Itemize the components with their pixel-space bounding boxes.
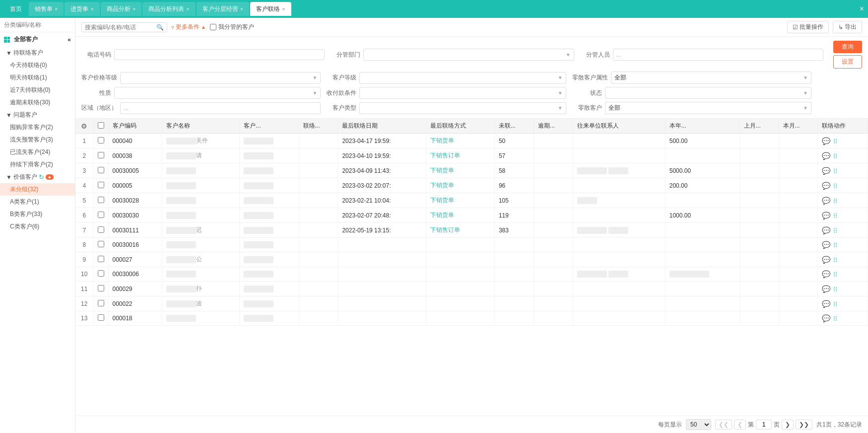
last-page-button[interactable]: ❯❯ bbox=[796, 420, 812, 430]
select-all-checkbox[interactable] bbox=[98, 122, 104, 129]
th-checkbox[interactable] bbox=[93, 119, 108, 134]
purchase-tab-close[interactable]: × bbox=[90, 6, 93, 12]
row-checkbox[interactable] bbox=[98, 212, 104, 218]
more-icon[interactable]: ⁝⁝ bbox=[833, 167, 837, 175]
row-checkbox[interactable] bbox=[98, 197, 104, 203]
cell-checkbox[interactable] bbox=[93, 238, 108, 252]
contact-icon[interactable]: 💬 bbox=[822, 285, 830, 293]
sidebar-item-overdue-pending[interactable]: 逾期未联络(30) bbox=[0, 96, 75, 109]
last-way-link[interactable]: 下销货单 bbox=[430, 212, 454, 218]
more-icon[interactable]: ⁝⁝ bbox=[833, 256, 837, 264]
next-page-button[interactable]: ❯ bbox=[782, 420, 794, 430]
contact-icon[interactable]: 💬 bbox=[822, 270, 830, 278]
last-way-link[interactable]: 下销售订单 bbox=[430, 226, 460, 233]
my-customers-checkbox[interactable] bbox=[210, 24, 216, 30]
row-checkbox[interactable] bbox=[98, 167, 104, 173]
row-checkbox[interactable] bbox=[98, 137, 104, 144]
cell-checkbox[interactable] bbox=[93, 296, 108, 311]
more-icon[interactable]: ⁝⁝ bbox=[833, 197, 837, 205]
cell-checkbox[interactable] bbox=[93, 267, 108, 282]
tab-product-analysis[interactable]: 商品分析 × bbox=[101, 2, 141, 16]
batch-operation-button[interactable]: ☑ 批量操作 bbox=[787, 21, 829, 33]
payment-select[interactable]: ▼ bbox=[359, 87, 566, 99]
row-checkbox[interactable] bbox=[98, 226, 104, 233]
page-input[interactable] bbox=[756, 420, 772, 430]
more-icon[interactable]: ⁝⁝ bbox=[833, 241, 837, 249]
product-analysis-list-tab-close[interactable]: × bbox=[186, 6, 189, 12]
sidebar-item-7days-pending[interactable]: 近7天待联络(0) bbox=[0, 84, 75, 96]
cell-checkbox[interactable] bbox=[93, 282, 108, 296]
more-icon[interactable]: ⁝⁝ bbox=[833, 212, 837, 219]
contact-icon[interactable]: 💬 bbox=[822, 314, 830, 322]
contact-icon[interactable]: 💬 bbox=[822, 241, 830, 249]
phone-input[interactable] bbox=[114, 49, 325, 60]
sidebar-problem-header[interactable]: ▼ 问题客户 bbox=[0, 109, 75, 121]
more-icon[interactable]: ⁝⁝ bbox=[833, 314, 837, 322]
sidebar-item-abnormal[interactable]: 囤购异常客户(2) bbox=[0, 121, 75, 134]
page-size-select[interactable]: 50 20 100 bbox=[686, 419, 711, 430]
retail-attr-select[interactable]: 全部▼ bbox=[611, 72, 811, 84]
more-icon[interactable]: ⁝⁝ bbox=[833, 285, 837, 293]
contact-icon[interactable]: 💬 bbox=[822, 197, 830, 205]
main-search-icon[interactable]: 🔍 bbox=[156, 24, 164, 31]
tab-customer-segment[interactable]: 客户分层经营 × bbox=[197, 2, 249, 16]
contact-icon[interactable]: 💬 bbox=[822, 152, 830, 160]
sidebar-value-header[interactable]: ▼ 价值客户 ↻ ● bbox=[0, 171, 75, 183]
contact-icon[interactable]: 💬 bbox=[822, 167, 830, 175]
last-way-link[interactable]: 下销售订单 bbox=[430, 152, 460, 159]
sidebar-collapse-icon[interactable]: « bbox=[67, 36, 71, 43]
cell-checkbox[interactable] bbox=[93, 193, 108, 208]
last-way-link[interactable]: 下销货单 bbox=[430, 137, 454, 144]
more-icon[interactable]: ⁝⁝ bbox=[833, 152, 837, 160]
main-search-input[interactable] bbox=[85, 24, 154, 31]
dept-select[interactable]: ▼ bbox=[363, 49, 574, 61]
window-close-button[interactable]: × bbox=[860, 4, 864, 13]
manager-select[interactable]: ... bbox=[613, 49, 823, 61]
contact-icon[interactable]: 💬 bbox=[822, 300, 830, 308]
sidebar-search-input[interactable] bbox=[4, 21, 75, 28]
row-checkbox[interactable] bbox=[98, 256, 104, 262]
region-select[interactable]: ... bbox=[120, 102, 321, 114]
cell-checkbox[interactable] bbox=[93, 134, 108, 148]
product-analysis-tab-close[interactable]: × bbox=[133, 6, 135, 12]
tab-sales[interactable]: 销售单 × bbox=[29, 2, 64, 16]
row-checkbox[interactable] bbox=[98, 270, 104, 277]
cell-checkbox[interactable] bbox=[93, 208, 108, 223]
cell-checkbox[interactable] bbox=[93, 163, 108, 178]
row-checkbox[interactable] bbox=[98, 152, 104, 158]
cell-checkbox[interactable] bbox=[93, 178, 108, 193]
price-grade-select[interactable]: ▼ bbox=[120, 72, 321, 84]
customer-contact-tab-close[interactable]: × bbox=[282, 6, 285, 12]
refresh-icon[interactable]: ↻ bbox=[39, 173, 44, 181]
more-icon[interactable]: ⁝⁝ bbox=[833, 270, 837, 278]
contact-icon[interactable]: 💬 bbox=[822, 256, 830, 264]
row-checkbox[interactable] bbox=[98, 182, 104, 188]
contact-icon[interactable]: 💬 bbox=[822, 137, 830, 145]
more-icon[interactable]: ⁝⁝ bbox=[833, 182, 837, 190]
sidebar-item-c-class[interactable]: C类客户(6) bbox=[0, 220, 75, 233]
cell-checkbox[interactable] bbox=[93, 148, 108, 163]
last-way-link[interactable]: 下销货单 bbox=[430, 197, 454, 204]
tab-product-analysis-list[interactable]: 商品分析列表 × bbox=[142, 2, 195, 16]
status-select[interactable]: ▼ bbox=[605, 87, 811, 99]
export-button[interactable]: ↳ 导出 bbox=[833, 21, 862, 33]
row-checkbox[interactable] bbox=[98, 285, 104, 291]
more-conditions-button[interactable]: ▿ 更多条件 ▲ bbox=[171, 23, 206, 31]
sidebar-item-ungroup[interactable]: 未分组(32) bbox=[0, 183, 75, 196]
query-button[interactable]: 查询 bbox=[833, 41, 862, 53]
cell-checkbox[interactable] bbox=[93, 252, 108, 267]
sidebar-item-declining[interactable]: 持续下滑客户(2) bbox=[0, 158, 75, 171]
nature-select[interactable]: ▼ bbox=[114, 87, 321, 99]
last-way-link[interactable]: 下销货单 bbox=[430, 167, 454, 174]
customer-segment-tab-close[interactable]: × bbox=[240, 6, 243, 12]
cell-checkbox[interactable] bbox=[93, 311, 108, 326]
row-checkbox[interactable] bbox=[98, 241, 104, 247]
sidebar-pending-header[interactable]: ▼ 待联络客户 bbox=[0, 47, 75, 59]
sidebar-item-today-pending[interactable]: 今天待联络(0) bbox=[0, 59, 75, 72]
more-icon[interactable]: ⁝⁝ bbox=[833, 300, 837, 308]
contact-icon[interactable]: 💬 bbox=[822, 182, 830, 190]
last-way-link[interactable]: 下销货单 bbox=[430, 182, 454, 189]
cell-checkbox[interactable] bbox=[93, 223, 108, 238]
contact-icon[interactable]: 💬 bbox=[822, 226, 830, 234]
first-page-button[interactable]: ❮❮ bbox=[715, 420, 732, 430]
